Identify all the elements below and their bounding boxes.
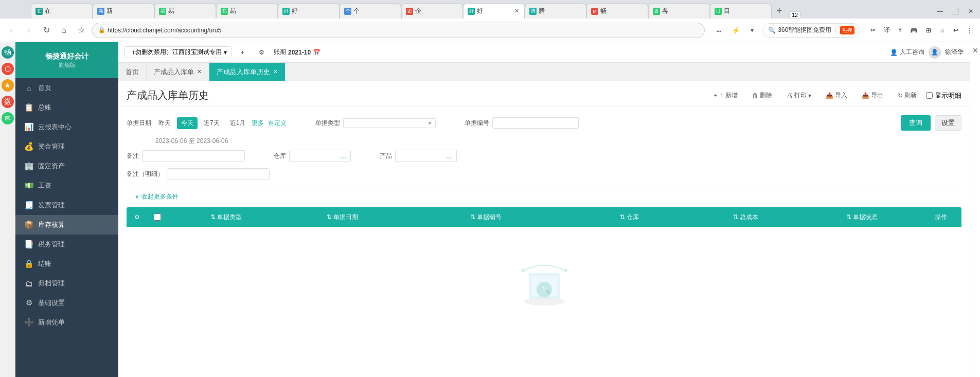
address-input[interactable]: 🔒 https://cloud.chanjet.com/accounting/u… [92, 23, 705, 38]
import-button[interactable]: 📥 导入 [821, 89, 852, 102]
more-icon[interactable]: ⋮ [964, 23, 976, 38]
window-maximize-button[interactable]: ⬜ [948, 4, 963, 19]
product-select[interactable]: ... [395, 150, 457, 162]
th-warehouse[interactable]: ⇅ 仓库 [571, 213, 687, 222]
app-icon-erp[interactable]: 畅 [2, 46, 14, 59]
type-select[interactable]: ▾ [343, 118, 436, 128]
window-minimize-button[interactable]: — [933, 4, 947, 19]
nav-item-new-voucher[interactable]: ➕ 新增凭单 [15, 313, 118, 332]
tab-2[interactable]: 新 新 [93, 3, 154, 19]
th-gear[interactable]: ⚙ [127, 213, 147, 221]
nav-item-archive[interactable]: 🗂 归档管理 [15, 274, 118, 293]
detail-remark-input[interactable] [167, 168, 270, 179]
nav-item-payroll[interactable]: 💵 工资 [15, 176, 118, 195]
date-more-btn[interactable]: 更多 [252, 119, 264, 128]
nav-item-home[interactable]: ⌂ 首页 [15, 78, 118, 98]
number-field-label: 单据编号 [465, 119, 489, 128]
refresh-button[interactable]: ↻ [39, 23, 54, 38]
period-selector[interactable]: 账期 2021-10 📅 [274, 48, 320, 57]
nav-item-tax[interactable]: 📑 税务管理 [15, 235, 118, 254]
delete-button[interactable]: 🗑 删除 [747, 89, 777, 102]
print-button[interactable]: 🖨 打印 ▾ [781, 89, 816, 102]
translate-icon[interactable]: 译 [881, 23, 893, 38]
nav-item-inventory[interactable]: 📦 库存核算 [15, 215, 118, 235]
right-panel-close-button[interactable]: ✕ [972, 46, 978, 55]
tab-3[interactable]: 易 易 [154, 3, 216, 19]
date-today-btn[interactable]: 今天 [177, 117, 198, 129]
forward-button[interactable]: › [22, 23, 36, 38]
th-check[interactable] [147, 213, 168, 221]
window-close-button[interactable]: ✕ [964, 4, 978, 19]
tab-11[interactable]: 各 各 [648, 3, 710, 19]
breadcrumb-list[interactable]: 产成品入库单 ✕ [147, 63, 209, 81]
nav-item-ledger[interactable]: 📋 总账 [15, 98, 118, 117]
app-icon-3[interactable]: 微 [2, 96, 14, 108]
breadcrumb-history-close-icon[interactable]: ✕ [273, 68, 278, 75]
tab-9[interactable]: 腾 腾 [525, 3, 586, 19]
show-columns-checkbox[interactable] [926, 92, 933, 99]
tab-5[interactable]: 好 好 [278, 3, 340, 19]
settings-query-button[interactable]: 设置 [935, 115, 961, 131]
add-button[interactable]: ＋ + 新增 [707, 89, 743, 102]
remark-input[interactable] [142, 150, 245, 161]
breadcrumb-history[interactable]: 产成品入库单历史 ✕ [209, 63, 286, 81]
th-status[interactable]: ⇅ 单据状态 [804, 213, 920, 222]
nav-item-funds[interactable]: 💰 资金管理 [15, 137, 118, 156]
user-avatar: 👤 [929, 46, 941, 59]
number-input[interactable] [492, 117, 579, 129]
dropdown-button[interactable]: ▾ [745, 23, 759, 38]
select-all-checkbox[interactable] [154, 213, 161, 221]
th-date[interactable]: ⇅ 单据日期 [284, 213, 400, 222]
home-button[interactable]: ⌂ [57, 23, 71, 38]
grid-icon[interactable]: ⊞ [923, 23, 934, 38]
tab-8[interactable]: 好 好 ✕ [463, 3, 525, 19]
scissors-icon[interactable]: ✂ [867, 23, 879, 38]
warehouse-select[interactable]: ... [289, 150, 351, 162]
breadcrumb-home[interactable]: 首页 [118, 63, 147, 81]
th-number[interactable]: ⇅ 单据编号 [401, 213, 571, 222]
lightning-button[interactable]: ⚡ [728, 23, 743, 38]
tab-7[interactable]: 企 企 [401, 3, 463, 19]
date-1month-btn[interactable]: 近1月 [226, 117, 250, 129]
date-7days-btn[interactable]: 近7天 [200, 117, 224, 129]
undo-icon[interactable]: ↩ [950, 23, 961, 38]
breadcrumb-list-close-icon[interactable]: ✕ [197, 68, 202, 75]
tab-1[interactable]: 在 在 [31, 3, 93, 19]
product-ellipsis-icon[interactable]: ... [446, 152, 452, 160]
back-button[interactable]: ‹ [4, 23, 19, 38]
tab-8-close-icon[interactable]: ✕ [513, 7, 520, 15]
search-box[interactable]: 🔍 360智能抠图免费用 热搜 [762, 23, 860, 38]
app-icon-2[interactable]: ★ [2, 79, 14, 92]
th-cost[interactable]: ⇅ 总成本 [687, 213, 804, 222]
nav-item-settings[interactable]: ⚙ 基础设置 [15, 293, 118, 313]
game-icon[interactable]: 🎮 [907, 23, 921, 38]
nav-item-closing[interactable]: 🔒 结账 [15, 254, 118, 274]
nav-item-reports[interactable]: 📊 云报表中心 [15, 117, 118, 137]
export-button[interactable]: 📤 导出 [857, 89, 888, 102]
add-tab-button[interactable]: + [772, 3, 787, 19]
query-button[interactable]: 查询 [901, 115, 931, 131]
tab-4[interactable]: 易 易 [216, 3, 278, 19]
yuan-icon[interactable]: ¥ [895, 23, 905, 38]
nav-item-invoice[interactable]: 🧾 发票管理 [15, 195, 118, 215]
th-type[interactable]: ⇅ 单据类型 [168, 213, 284, 222]
refresh-action-button[interactable]: ↻ 刷新 [893, 89, 922, 102]
app-icon-1[interactable]: ⬡ [2, 63, 14, 75]
collapse-button[interactable]: ∧ 收起更多条件 [127, 189, 961, 204]
tab-6[interactable]: 个 个 [340, 3, 401, 19]
tab-12[interactable]: 目 目 [710, 3, 772, 19]
nav-item-fixed-assets[interactable]: 🏢 固定资产 [15, 156, 118, 176]
warehouse-ellipsis-icon[interactable]: ... [340, 152, 346, 160]
display-icon[interactable]: ☼ [936, 23, 948, 38]
date-yesterday-btn[interactable]: 昨天 [154, 117, 175, 129]
company-settings-button[interactable]: ⚙ [254, 47, 270, 58]
extension-button[interactable]: ⚏ [712, 23, 726, 38]
add-company-button[interactable]: + [236, 47, 250, 58]
date-custom-btn[interactable]: 自定义 [268, 119, 287, 128]
company-selector[interactable]: （勿删勿禁用）江西服宝测试专用 ▾ [124, 46, 231, 58]
bookmark-button[interactable]: ☆ [74, 23, 88, 38]
app-icon-4[interactable]: ✉ [2, 112, 14, 124]
user-service-button[interactable]: 👤 人工咨询 [890, 48, 924, 57]
show-columns-toggle[interactable]: 显示明细 [926, 91, 961, 100]
tab-10[interactable]: M 畅 [586, 3, 648, 19]
